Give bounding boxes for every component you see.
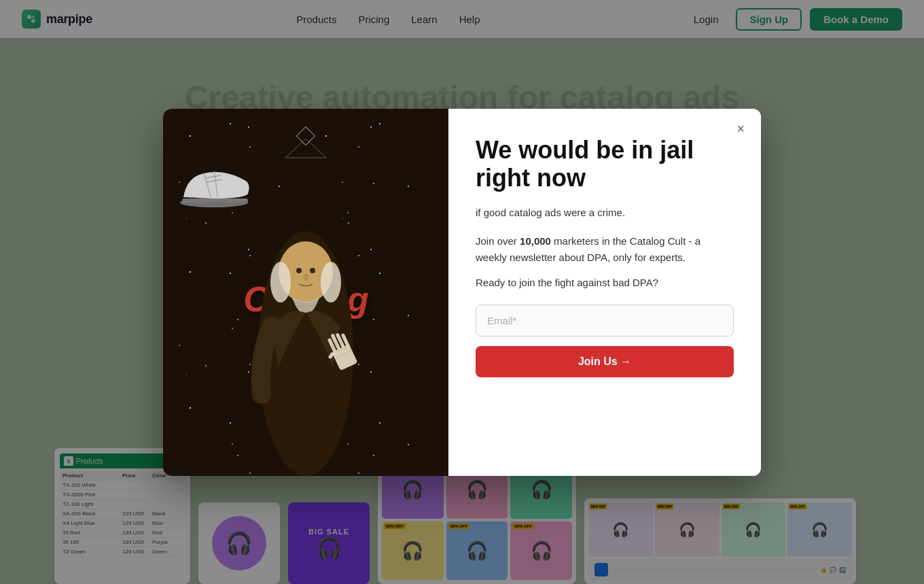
modal-close-button[interactable]: × [731,120,750,139]
modal-dialog: Catalog Cult [163,109,761,476]
join-prefix: Join over [476,235,520,247]
svg-point-15 [310,268,315,273]
franklin-illustration [217,218,394,476]
svg-point-12 [270,262,291,303]
sneaker-illustration [177,163,258,210]
join-count: 10,000 [520,235,551,247]
modal-right-panel: × We would be in jail right now if good … [448,109,761,476]
svg-point-14 [296,268,302,273]
svg-point-16 [303,274,308,281]
modal-headline: We would be in jail right now [476,136,734,192]
diamond-decoration [285,129,326,170]
svg-rect-9 [182,199,248,203]
modal-overlay[interactable]: Catalog Cult [0,0,924,584]
email-input[interactable] [476,305,734,337]
modal-ready-text: Ready to join the fight against bad DPA? [476,277,734,288]
svg-point-13 [321,262,341,303]
modal-left-panel: Catalog Cult [163,109,448,476]
join-button[interactable]: Join Us → [476,346,734,377]
modal-join-description: Join over 10,000 marketers in the Catalo… [476,233,734,266]
modal-subtext: if good catalog ads were a crime. [476,205,734,221]
